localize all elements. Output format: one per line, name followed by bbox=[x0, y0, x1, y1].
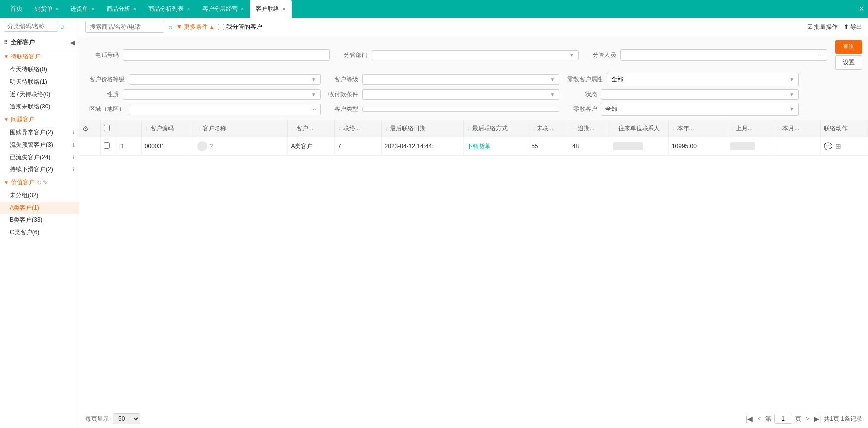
retail-select[interactable]: 全部 ▼ bbox=[601, 103, 799, 116]
my-customer-checkbox-label[interactable]: 我分管的客户 bbox=[218, 23, 262, 31]
table-settings-icon[interactable]: ⚙ bbox=[82, 125, 89, 133]
more-filter-button[interactable]: ▼ 更多条件 ▲ bbox=[176, 23, 214, 31]
page-size-select[interactable]: 50 100 bbox=[113, 413, 140, 424]
col-separator-thismonth: : bbox=[778, 125, 780, 132]
row-lastway: 下销货单 bbox=[464, 137, 528, 156]
row-checkbox[interactable] bbox=[104, 142, 110, 149]
col-separator-unlinkdays: : bbox=[532, 125, 534, 132]
nav-tab-customer-tier[interactable]: 客户分层经营 × bbox=[196, 0, 250, 18]
lastway-link[interactable]: 下销货单 bbox=[467, 143, 490, 150]
nav-tab-analysis[interactable]: 商品分析 × bbox=[101, 0, 142, 18]
col-lastdate-header: : 最后联络日期 bbox=[381, 120, 464, 137]
col-separator-contact: : bbox=[339, 125, 340, 132]
row-overdue: 48 bbox=[569, 137, 610, 156]
page-number-input[interactable] bbox=[774, 414, 792, 424]
nav-tab-analysis-list[interactable]: 商品分析列表 × bbox=[142, 0, 196, 18]
chevron-down-icon3: ▼ bbox=[550, 77, 555, 82]
col-name-header: : 客户名称 bbox=[194, 120, 288, 137]
close-tab-purchase[interactable]: × bbox=[91, 6, 94, 12]
action-icons-container: 💬 ⊞ bbox=[824, 142, 865, 150]
last-page-button[interactable]: ▶| bbox=[814, 415, 821, 423]
nav-tab-customer-contact[interactable]: 客户联络 × bbox=[250, 0, 291, 18]
info-icon3: ℹ bbox=[73, 155, 75, 160]
customer-type-select[interactable] bbox=[362, 107, 560, 112]
main-search-icon[interactable]: ⌕ bbox=[168, 23, 172, 31]
close-tab-analysis[interactable]: × bbox=[133, 6, 136, 12]
nav-tab-sales[interactable]: 销货单 × bbox=[29, 0, 64, 18]
sidebar-item-declining[interactable]: 持续下滑客户(2) ℹ bbox=[0, 163, 79, 176]
more-dots-icon[interactable]: ··· bbox=[818, 52, 823, 58]
export-button[interactable]: ⬆ 导出 bbox=[844, 23, 862, 31]
col-separator-code: : bbox=[146, 125, 147, 132]
close-tab-analysis-list[interactable]: × bbox=[187, 6, 190, 12]
col-overdue-header: : 逾期... bbox=[569, 120, 610, 137]
select-all-checkbox[interactable] bbox=[104, 125, 110, 131]
refresh-icon[interactable]: ↻ bbox=[37, 179, 42, 186]
sidebar-item-class-c[interactable]: C类客户(6) bbox=[0, 226, 79, 239]
sidebar-item-7days[interactable]: 近7天待联络(0) bbox=[0, 88, 79, 101]
close-tab-customer-contact[interactable]: × bbox=[282, 6, 285, 12]
person-select[interactable]: ··· bbox=[620, 49, 827, 61]
prev-page-button[interactable]: ＜ bbox=[756, 414, 762, 423]
sidebar-item-class-b[interactable]: B类客户(33) bbox=[0, 214, 79, 226]
sidebar-group-problem[interactable]: ▼ 问题客户 bbox=[0, 113, 79, 126]
region-select[interactable]: ··· bbox=[129, 104, 321, 115]
nature-select[interactable]: ▼ bbox=[123, 89, 321, 100]
my-customer-checkbox[interactable] bbox=[218, 24, 224, 30]
sidebar-group-value[interactable]: ▼ 价值客户 ↻ ✎ bbox=[0, 176, 79, 189]
sidebar-item-today[interactable]: 今天待联络(0) bbox=[0, 63, 79, 76]
dept-label: 分管部门 bbox=[338, 51, 368, 59]
col-thisyear-header: : 本年... bbox=[668, 120, 727, 137]
sidebar-group-pending[interactable]: ▼ 待联络客户 bbox=[0, 50, 79, 63]
sidebar-item-class-a[interactable]: A类客户(1) bbox=[0, 202, 79, 214]
close-tab-customer-tier[interactable]: × bbox=[241, 6, 244, 12]
sidebar-collapse-icon[interactable]: ◀ bbox=[70, 39, 75, 46]
first-page-button[interactable]: |◀ bbox=[745, 415, 753, 423]
dept-select[interactable]: ▼ bbox=[372, 50, 579, 60]
sidebar-item-ungrouped[interactable]: 未分组(32) bbox=[0, 189, 79, 202]
next-page-button[interactable]: ＞ bbox=[804, 414, 811, 423]
price-grade-select[interactable]: ▼ bbox=[129, 74, 321, 85]
grade-select[interactable]: ▼ bbox=[362, 74, 560, 85]
col-lastmonth-header: : 上月... bbox=[727, 120, 774, 137]
close-all-tabs[interactable]: × bbox=[859, 4, 864, 14]
table-header-row: ⚙ : 客户编码 : 客户名称 bbox=[79, 120, 868, 137]
sidebar: ⌕ ⠿ 全部客户 ◀ ▼ 待联络客户 今天待联络(0) 明天待联络(1) 近7天… bbox=[0, 18, 79, 428]
col-thismonth-header: : 本月... bbox=[774, 120, 821, 137]
chevron-down-icon6: ▼ bbox=[550, 92, 555, 97]
retail-label: 零散客户 bbox=[567, 105, 597, 113]
col-separator-thisyear: : bbox=[673, 125, 674, 132]
sidebar-item-overdue-contact[interactable]: 逾期未联络(30) bbox=[0, 101, 79, 113]
sidebar-item-churn-warning[interactable]: 流失预警客户(3) ℹ bbox=[0, 139, 79, 151]
total-records-label: 共1页 1条记录 bbox=[824, 415, 862, 423]
retail-attr-select[interactable]: 全部 ▼ bbox=[607, 73, 799, 86]
settings-button[interactable]: 设置 bbox=[835, 55, 862, 70]
edit-icon[interactable]: ✎ bbox=[43, 179, 48, 186]
status-select[interactable]: ▼ bbox=[601, 89, 799, 100]
customer-table: ⚙ : 客户编码 : 客户名称 bbox=[79, 120, 868, 156]
footer-left: 每页显示 50 100 bbox=[85, 413, 140, 424]
chevron-down-icon4: ▼ bbox=[789, 77, 794, 82]
payment-select[interactable]: ▼ bbox=[362, 89, 560, 100]
top-nav: 首页 销货单 × 进货单 × 商品分析 × 商品分析列表 × 客户分层经营 × … bbox=[0, 0, 868, 18]
nav-home[interactable]: 首页 bbox=[4, 0, 29, 18]
sidebar-item-tomorrow[interactable]: 明天待联络(1) bbox=[0, 76, 79, 88]
filter-row-2: 客户价格等级 ▼ 客户等级 ▼ 零散客户属性 全部 bbox=[85, 73, 862, 86]
filter-cell-retail: 零散客户 全部 ▼ bbox=[563, 103, 803, 116]
row-name: ? bbox=[194, 137, 288, 156]
calendar-icon[interactable]: ⊞ bbox=[835, 142, 841, 150]
filter-row-1: 电话号码 分管部门 ▼ 分管人员 ··· bbox=[85, 40, 862, 70]
close-tab-sales[interactable]: × bbox=[55, 6, 58, 12]
export-icon: ⬆ bbox=[844, 23, 849, 30]
query-button[interactable]: 查询 bbox=[835, 40, 862, 54]
sidebar-item-hoarding[interactable]: 囤购异常客户(2) ℹ bbox=[0, 126, 79, 139]
main-search-input[interactable] bbox=[85, 21, 164, 33]
sidebar-item-churned[interactable]: 已流失客户(24) ℹ bbox=[0, 151, 79, 163]
sidebar-search-icon[interactable]: ⌕ bbox=[60, 22, 64, 30]
phone-input[interactable] bbox=[123, 49, 330, 61]
sidebar-search-input[interactable] bbox=[4, 21, 58, 32]
region-dots-icon[interactable]: ··· bbox=[311, 106, 316, 113]
batch-op-button[interactable]: ☑ 批量操作 bbox=[807, 23, 838, 31]
nav-tab-purchase[interactable]: 进货单 × bbox=[64, 0, 100, 18]
chat-icon[interactable]: 💬 bbox=[824, 142, 832, 150]
